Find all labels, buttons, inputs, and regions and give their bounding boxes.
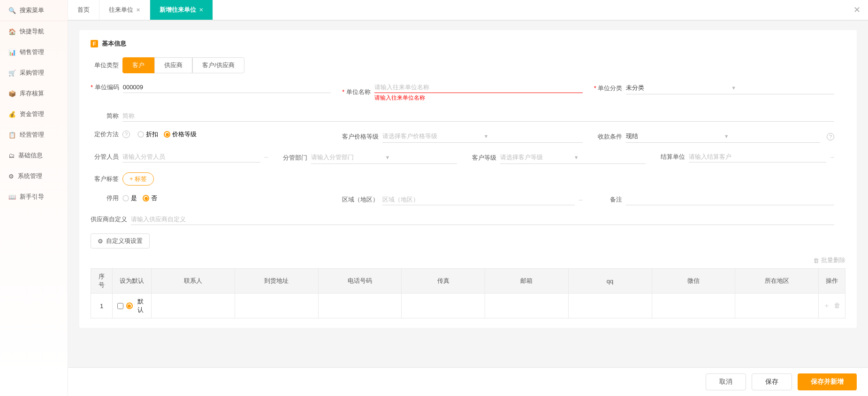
col-contact: 联系人	[152, 269, 235, 294]
qq-input[interactable]	[573, 303, 647, 310]
region-input[interactable]	[382, 194, 575, 205]
email-input[interactable]	[490, 303, 563, 310]
pricing-discount-option[interactable]: 折扣	[137, 130, 158, 139]
cell-fax[interactable]	[402, 294, 485, 318]
supplier-custom-field: 供应商自定义	[91, 214, 834, 225]
page-content: F 基本信息 单位类型 客户 供应商 客户/供应商 单位编码	[68, 21, 868, 367]
customer-level-label: 客户等级	[468, 154, 496, 162]
settlement-input[interactable]	[689, 151, 827, 163]
footer-bar: 取消 保存 保存并新增	[68, 367, 868, 396]
cell-wechat[interactable]	[652, 294, 735, 318]
sidebar-item-purchase[interactable]: 🛒 采购管理	[0, 62, 68, 83]
tab-home[interactable]: 首页	[68, 0, 99, 20]
unit-code-input[interactable]	[123, 82, 331, 93]
delete-row-icon[interactable]: 🗑	[834, 302, 840, 310]
sidebar-item-guide[interactable]: 📖 新手引导	[0, 186, 68, 207]
supplier-custom-label: 供应商自定义	[91, 215, 127, 224]
sidebar-item-quick-nav[interactable]: 🏠 快捷导航	[0, 21, 68, 42]
unit-category-select[interactable]: 未分类 ▼	[626, 82, 834, 94]
custom-settings-button[interactable]: ⚙ 自定义项设置	[91, 233, 150, 248]
save-new-button[interactable]: 保存并新增	[798, 373, 857, 390]
short-name-input[interactable]	[122, 110, 834, 122]
note-field: 备注	[594, 194, 834, 205]
cell-region[interactable]	[735, 294, 819, 318]
col-wechat: 微信	[652, 269, 735, 294]
manager-label: 分管人员	[91, 153, 119, 161]
note-input[interactable]	[626, 194, 834, 205]
yes-radio[interactable]	[122, 195, 129, 202]
close-new-partner-tab[interactable]: ✕	[199, 7, 203, 13]
settlement-label: 结算单位	[657, 153, 685, 161]
region-more-icon[interactable]: ···	[579, 196, 583, 203]
default-radio[interactable]	[126, 303, 133, 309]
main-area: 首页 往来单位 ✕ 新增往来单位 ✕ ✕ F 基本信息 单位类型	[68, 0, 868, 396]
manager-field: 分管人员 ···	[91, 151, 268, 163]
chevron-down-icon: ▼	[724, 133, 820, 139]
type-supplier-btn[interactable]: 供应商	[154, 57, 192, 73]
address-input[interactable]	[240, 303, 313, 310]
department-select[interactable]: 请输入分管部门 ▼	[311, 151, 457, 164]
delete-icon: 🗑	[813, 257, 819, 264]
add-row-icon[interactable]: ＋	[823, 302, 830, 310]
settlement-more-icon[interactable]: ···	[830, 153, 834, 161]
tag-label: 客户标签	[91, 175, 119, 183]
search-menu[interactable]: 🔍 搜索菜单	[0, 0, 68, 21]
cell-phone[interactable]	[318, 294, 402, 318]
customer-price-select[interactable]: 请选择客户价格等级 ▼	[382, 130, 582, 143]
chevron-down-icon: ▼	[484, 133, 583, 139]
pricing-level-option[interactable]: 价格等级	[164, 130, 197, 139]
table-region-input[interactable]	[740, 303, 814, 310]
operations-icon: 📋	[8, 132, 16, 139]
close-all-tabs[interactable]: ✕	[846, 5, 868, 15]
cell-email[interactable]	[485, 294, 568, 318]
type-customer-btn[interactable]: 客户	[122, 57, 154, 73]
disabled-yes[interactable]: 是	[122, 194, 137, 202]
cell-qq[interactable]	[568, 294, 652, 318]
fax-input[interactable]	[406, 303, 480, 310]
sidebar-item-operations[interactable]: 📋 经营管理	[0, 124, 68, 145]
cancel-button[interactable]: 取消	[706, 373, 746, 390]
sidebar-item-finance[interactable]: 💰 资金管理	[0, 104, 68, 124]
batch-delete-button[interactable]: 🗑 批量删除	[813, 256, 845, 264]
cell-contact[interactable]	[152, 294, 235, 318]
tab-home-label: 首页	[77, 6, 90, 14]
payment-help-icon[interactable]: ?	[827, 133, 834, 140]
phone-input[interactable]	[323, 303, 397, 310]
col-fax: 传真	[402, 269, 485, 294]
close-partners-tab[interactable]: ✕	[136, 7, 140, 13]
sidebar-item-inventory[interactable]: 📦 库存核算	[0, 83, 68, 104]
pricing-method-field: 定价方法 ? 折扣 价格等级	[91, 130, 331, 139]
discount-radio[interactable]	[137, 131, 144, 138]
sidebar-item-system[interactable]: ⚙ 系统管理	[0, 166, 68, 186]
customer-level-select[interactable]: 请选择客户等级 ▼	[500, 151, 646, 164]
payment-terms-select[interactable]: 现结 ▼	[626, 130, 820, 143]
pricing-row: 定价方法 ? 折扣 价格等级 客户价格等级	[91, 130, 845, 143]
add-tag-button[interactable]: + 标签	[122, 172, 154, 186]
row-checkbox[interactable]	[117, 303, 123, 309]
manager-more-icon[interactable]: ···	[264, 153, 268, 161]
contact-input[interactable]	[156, 303, 230, 310]
sidebar-item-basic-info[interactable]: 🗂 基础信息	[0, 145, 68, 166]
no-radio[interactable]	[143, 195, 149, 202]
tab-new-partner[interactable]: 新增往来单位 ✕	[150, 0, 213, 20]
disabled-no[interactable]: 否	[143, 194, 157, 202]
type-both-btn[interactable]: 客户/供应商	[192, 57, 244, 73]
pricing-help-icon[interactable]: ?	[122, 131, 130, 138]
section-title-label: 基本信息	[102, 39, 126, 48]
sidebar-item-sales[interactable]: 📊 销售管理	[0, 42, 68, 62]
manager-input[interactable]	[122, 151, 260, 163]
wechat-input[interactable]	[657, 303, 731, 310]
col-seq: 序号	[91, 269, 113, 294]
tab-partners[interactable]: 往来单位 ✕	[99, 0, 150, 20]
sidebar-item-label: 库存核算	[20, 89, 44, 98]
cell-address[interactable]	[235, 294, 318, 318]
price-level-radio[interactable]	[164, 131, 170, 138]
save-button[interactable]: 保存	[752, 373, 792, 390]
unit-name-error: 请输入往来单位名称	[374, 94, 583, 102]
short-name-field: 简称	[91, 110, 834, 122]
unit-name-input[interactable]	[374, 82, 583, 93]
guide-icon: 📖	[8, 194, 16, 201]
default-radio-item[interactable]: 默认	[126, 297, 146, 314]
supplier-custom-input[interactable]	[131, 214, 834, 225]
unit-code-label: 单位编码	[91, 83, 119, 92]
